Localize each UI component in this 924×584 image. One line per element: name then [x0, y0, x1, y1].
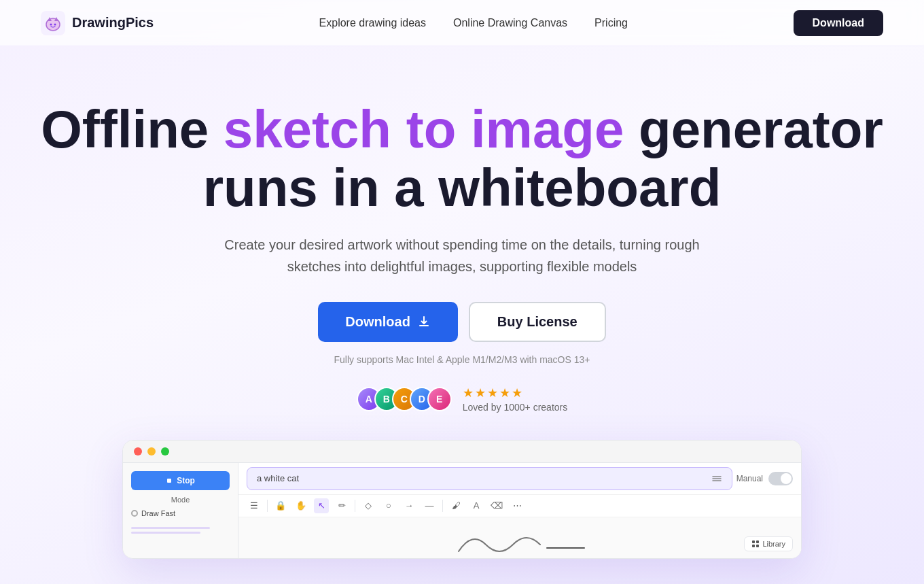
hero-title-generator: generator	[624, 99, 883, 159]
nav-link-canvas[interactable]: Online Drawing Canvas	[453, 17, 567, 29]
app-sidebar: Stop Mode Draw Fast	[123, 463, 238, 558]
canvas-drawing-area	[238, 517, 801, 559]
tool-line[interactable]: —	[422, 498, 437, 513]
app-canvas: a white cat Manual	[238, 463, 801, 558]
star-3: ★	[487, 385, 498, 400]
stop-label: Stop	[177, 476, 195, 485]
avatar-stack: A B C D E	[357, 387, 452, 411]
hero-title: Offline sketch to image generator runs i…	[41, 101, 883, 218]
library-label: Library	[762, 540, 785, 548]
hero-title-offline: Offline	[41, 99, 224, 159]
hero-section: Offline sketch to image generator runs i…	[0, 46, 924, 584]
avatar: E	[427, 387, 452, 411]
tool-hamburger[interactable]: ☰	[247, 498, 262, 513]
library-icon	[751, 540, 760, 548]
star-5: ★	[512, 385, 522, 400]
canvas-tools-row: ☰ 🔒 ✋ ↖ ✏ ◇ ○ → — 🖌 A ⌫ ⋯	[238, 495, 801, 517]
tool-text[interactable]: A	[469, 498, 484, 513]
canvas-toolbar: a white cat Manual	[238, 463, 801, 495]
prompt-text: a white cat	[257, 473, 299, 483]
library-button[interactable]: Library	[744, 536, 793, 551]
tool-hand[interactable]: ✋	[294, 498, 308, 513]
logo-icon	[41, 11, 65, 35]
draw-fast-option: Draw Fast	[131, 509, 230, 517]
download-button[interactable]: Download	[318, 302, 458, 342]
svg-rect-13	[752, 545, 755, 547]
divider	[355, 500, 355, 512]
nav-link-pricing[interactable]: Pricing	[594, 17, 628, 29]
mode-label: Mode	[131, 496, 230, 504]
hero-title-line2: runs in a whiteboard	[203, 158, 722, 218]
tool-eraser[interactable]: ⌫	[489, 498, 504, 513]
divider	[267, 500, 268, 512]
svg-rect-12	[756, 540, 759, 543]
tool-brush[interactable]: 🖌	[448, 498, 463, 513]
star-4: ★	[499, 385, 510, 400]
support-text: Fully supports Mac Intel & Apple M1/M2/M…	[41, 354, 883, 365]
traffic-light-red	[134, 447, 142, 456]
star-1: ★	[463, 385, 474, 400]
traffic-light-green	[161, 447, 169, 456]
tool-more[interactable]: ⋯	[510, 498, 525, 513]
draw-fast-label: Draw Fast	[141, 509, 175, 517]
buy-license-button[interactable]: Buy License	[469, 302, 606, 342]
download-icon	[417, 315, 431, 328]
stop-button[interactable]: Stop	[131, 471, 230, 490]
divider	[442, 500, 443, 512]
manual-label: Manual	[736, 474, 763, 483]
social-proof: A B C D E ★ ★ ★ ★ ★ Loved by 1000+ creat…	[41, 385, 883, 413]
star-rating: ★ ★ ★ ★ ★	[463, 385, 522, 400]
manual-toggle[interactable]	[768, 472, 793, 485]
canvas-prompt-bar: a white cat	[247, 467, 732, 490]
app-preview: Stop Mode Draw Fast a white cat	[122, 440, 802, 559]
tool-circle[interactable]: ○	[381, 498, 396, 513]
tool-arrow[interactable]: →	[402, 498, 416, 513]
tool-pen[interactable]: ✏	[334, 498, 349, 513]
tool-cursor[interactable]: ↖	[314, 498, 329, 513]
cta-row: Download Buy License	[41, 302, 883, 342]
radio-dot	[131, 510, 138, 517]
svg-point-4	[50, 23, 52, 25]
canvas-toggle-area: Manual	[736, 472, 793, 485]
toggle-knob	[781, 473, 792, 484]
app-body: Stop Mode Draw Fast a white cat	[123, 463, 801, 558]
tool-lock[interactable]: 🔒	[273, 498, 288, 513]
star-2: ★	[475, 385, 486, 400]
stop-icon	[166, 477, 173, 484]
traffic-light-yellow	[147, 447, 156, 456]
logo-text: DrawingPics	[72, 15, 154, 31]
svg-rect-14	[756, 545, 759, 547]
filter-icon	[711, 473, 722, 484]
download-label: Download	[345, 314, 410, 330]
hero-subtitle: Create your desired artwork without spen…	[197, 234, 727, 277]
svg-point-5	[54, 23, 56, 25]
nav-links: Explore drawing ideas Online Drawing Can…	[319, 17, 628, 29]
hero-title-colored: sketch to image	[224, 99, 624, 159]
logo[interactable]: DrawingPics	[41, 11, 154, 35]
nav-download-button[interactable]: Download	[794, 10, 883, 36]
sketch-preview	[452, 524, 588, 559]
tool-diamond[interactable]: ◇	[361, 498, 376, 513]
navbar: DrawingPics Explore drawing ideas Online…	[0, 0, 924, 46]
loved-text: Loved by 1000+ creators	[463, 402, 568, 413]
nav-link-explore[interactable]: Explore drawing ideas	[319, 17, 426, 29]
svg-rect-11	[752, 540, 755, 543]
app-titlebar	[123, 441, 801, 463]
sketch-lines	[452, 524, 588, 559]
svg-rect-6	[167, 479, 171, 483]
stars-and-text: ★ ★ ★ ★ ★ Loved by 1000+ creators	[463, 385, 568, 413]
